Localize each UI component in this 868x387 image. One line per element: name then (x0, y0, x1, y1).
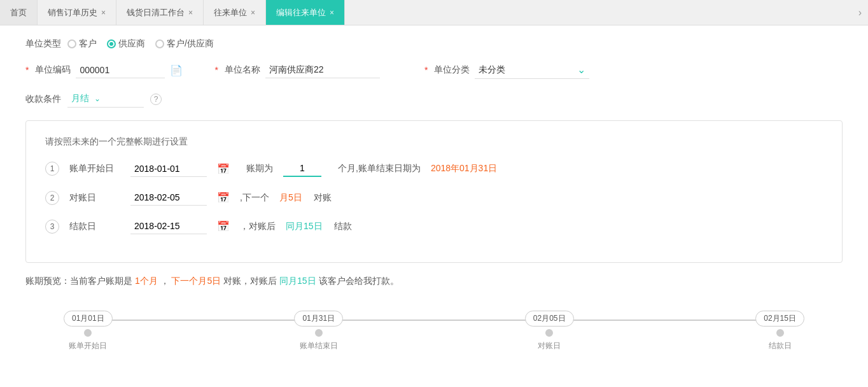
preview-suffix: 该客户会给我打款。 (319, 276, 399, 286)
step-1-date-input[interactable] (130, 161, 207, 177)
unit-code-input[interactable] (76, 62, 165, 78)
unit-name-star: * (214, 65, 218, 75)
radio-both-circle (155, 39, 164, 48)
preview-prefix: 账期预览：当前客户账期是 (25, 276, 132, 286)
step-1-period-suffix: 个月,账单结束日期为 (338, 163, 421, 174)
tab-expand-button[interactable]: › (852, 0, 868, 25)
help-icon[interactable]: ? (150, 94, 162, 105)
unit-name-input[interactable] (265, 62, 380, 78)
step-2-row: 2 对账日 📅 ,下一个 月5日 对账 (45, 190, 823, 206)
radio-supplier-circle (107, 39, 116, 48)
tab-bar: 首页 销售订单历史 × 钱货日清工作台 × 往来单位 × 编辑往来单位 × › (0, 0, 868, 25)
timeline-section: 01月01日 账单开始日 01月31日 账单结束日 02月05日 对账日 02月… (25, 304, 843, 377)
timeline-label-2: 对账日 (538, 341, 561, 351)
step-2-date-input[interactable] (130, 190, 207, 206)
main-content: 单位类型 客户 供应商 客户/供应商 * 单位编码 📄 * 单位名称 (0, 25, 868, 387)
step-1-period-input[interactable] (283, 160, 321, 177)
timeline-dot-0 (84, 329, 92, 337)
timeline-node-3: 02月15日 结款日 (755, 311, 804, 351)
step-3-date-input[interactable] (130, 218, 207, 234)
radio-customer[interactable]: 客户 (67, 38, 97, 50)
timeline-dot-1 (315, 329, 323, 337)
timeline-node-0: 01月01日 账单开始日 (64, 311, 113, 351)
payment-terms-dropdown[interactable]: 月结 ⌄ (67, 90, 144, 108)
tab-cash-work-close[interactable]: × (188, 8, 193, 17)
unit-fields-row: * 单位编码 📄 * 单位名称 * 单位分类 未分类 ⌄ (25, 61, 843, 79)
tab-home[interactable]: 首页 (0, 0, 38, 25)
timeline-node-1: 01月31日 账单结束日 (294, 311, 343, 351)
step-3-label: 结款日 (69, 221, 120, 232)
radio-supplier-label: 供应商 (118, 38, 145, 50)
chevron-down-icon: ⌄ (577, 64, 585, 76)
unit-name-label: 单位名称 (225, 64, 260, 76)
timeline-nodes: 01月01日 账单开始日 01月31日 账单结束日 02月05日 对账日 02月… (64, 311, 804, 351)
card-title: 请按照未来的一个完整帐期进行设置 (45, 136, 823, 148)
preview-part3: 同月15日 (279, 276, 316, 286)
step-2-suffix-after: 对账 (314, 192, 332, 204)
step-1-period-end: 2018年01月31日 (431, 163, 497, 174)
unit-code-icon[interactable]: 📄 (170, 64, 183, 76)
payment-terms-row: 收款条件 月结 ⌄ ? (25, 90, 843, 108)
unit-category-field: * 单位分类 未分类 ⌄ (424, 61, 589, 79)
radio-both[interactable]: 客户/供应商 (155, 38, 214, 50)
step-3-suffix-after: 结款 (334, 221, 352, 232)
radio-supplier[interactable]: 供应商 (107, 38, 145, 50)
step-1-row: 1 账单开始日 📅 账期为 个月,账单结束日期为 2018年01月31日 (45, 160, 823, 177)
step-3-suffix-before: ，对账后 (240, 221, 276, 232)
tab-partner[interactable]: 往来单位 × (204, 0, 266, 25)
payment-terms-value: 月结 (71, 93, 89, 104)
unit-type-label: 单位类型 (25, 38, 61, 50)
timeline-label-0: 账单开始日 (69, 341, 107, 351)
unit-type-radio-group: 客户 供应商 客户/供应商 (67, 38, 214, 50)
timeline-badge-0: 01月01日 (64, 311, 113, 327)
radio-customer-label: 客户 (79, 38, 97, 50)
preview-section: 账期预览：当前客户账期是 1个月 ， 下一个月5日 对账，对账后 同月15日 该… (25, 273, 843, 289)
tab-edit-partner-close[interactable]: × (330, 8, 334, 17)
timeline-label-3: 结款日 (769, 341, 792, 351)
preview-part2: 下一个月5日 (171, 276, 221, 286)
billing-settings-card: 请按照未来的一个完整帐期进行设置 1 账单开始日 📅 账期为 个月,账单结束日期… (25, 120, 843, 263)
timeline-dot-3 (776, 329, 784, 337)
tab-partner-close[interactable]: × (251, 8, 255, 17)
unit-category-label: 单位分类 (434, 64, 470, 76)
tab-sales-history-label: 销售订单历史 (48, 7, 97, 18)
step-3-num: 3 (45, 220, 59, 234)
timeline-badge-1: 01月31日 (294, 311, 343, 327)
timeline-dot-2 (545, 329, 553, 337)
tab-sales-history[interactable]: 销售订单历史 × (38, 0, 116, 25)
unit-code-label: 单位编码 (35, 64, 71, 76)
step-1-period-label: 账期为 (246, 163, 273, 174)
step-3-row: 3 结款日 📅 ，对账后 同月15日 结款 (45, 218, 823, 234)
preview-part1: 1个月 (135, 276, 158, 286)
timeline-badge-2: 02月05日 (525, 311, 574, 327)
preview-middle: 对账，对账后 (223, 276, 277, 286)
timeline-label-1: 账单结束日 (300, 341, 338, 351)
unit-category-value: 未分类 (479, 64, 505, 76)
step-2-suffix-before: ,下一个 (240, 192, 269, 204)
preview-comma: ， (160, 276, 169, 286)
step-1-label: 账单开始日 (69, 163, 120, 174)
unit-code-field: * 单位编码 📄 (25, 62, 183, 78)
unit-code-star: * (25, 65, 29, 75)
step-2-num: 2 (45, 191, 59, 205)
tab-sales-history-close[interactable]: × (101, 8, 106, 17)
payment-terms-label: 收款条件 (25, 94, 61, 105)
tab-cash-work-label: 钱货日清工作台 (127, 7, 185, 18)
step-1-calendar-icon[interactable]: 📅 (217, 163, 230, 175)
tab-cash-work[interactable]: 钱货日清工作台 × (116, 0, 204, 25)
timeline-badge-3: 02月15日 (755, 311, 804, 327)
step-2-suffix-highlight: 月5日 (279, 192, 302, 204)
tab-edit-partner-label: 编辑往来单位 (276, 7, 326, 18)
tab-partner-label: 往来单位 (214, 7, 247, 18)
tab-home-label: 首页 (10, 7, 27, 18)
unit-category-star: * (424, 65, 428, 75)
step-3-suffix-highlight: 同月15日 (286, 221, 323, 232)
tab-edit-partner[interactable]: 编辑往来单位 × (266, 0, 345, 25)
step-2-label: 对账日 (69, 192, 120, 204)
radio-customer-circle (67, 39, 76, 48)
dropdown-arrow-icon: ⌄ (94, 94, 101, 103)
step-1-num: 1 (45, 162, 59, 176)
step-3-calendar-icon[interactable]: 📅 (217, 220, 230, 232)
step-2-calendar-icon[interactable]: 📅 (217, 192, 230, 204)
unit-category-dropdown[interactable]: 未分类 ⌄ (475, 61, 589, 79)
